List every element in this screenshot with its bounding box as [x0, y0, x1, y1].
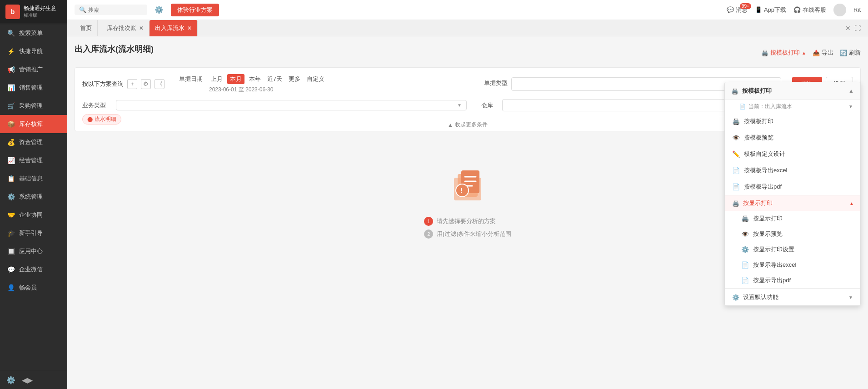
sidebar-item-system-label: 系统管理 [19, 193, 43, 201]
toggle-icon[interactable]: ◀▶ [22, 376, 33, 384]
message-badge[interactable]: 💬 消息 99+ [727, 6, 748, 14]
shortcut-last-month[interactable]: 上月 [209, 74, 224, 84]
biz-type-select[interactable]: ▼ [116, 100, 467, 110]
dropdown-display-print[interactable]: 🖨️ 按显示打印 [725, 211, 860, 226]
online-service[interactable]: 🎧 在线客服 [793, 6, 826, 14]
sidebar-item-member[interactable]: 👤 畅会员 [0, 279, 67, 297]
sidebar-item-search[interactable]: 🔍 搜索菜单 [0, 24, 67, 42]
settings-icon[interactable]: ⚙️ [6, 376, 15, 384]
shortcut-7days[interactable]: 近7天 [265, 74, 284, 84]
refresh-action[interactable]: 🔄 刷新 [840, 49, 861, 57]
dropdown-display-pdf[interactable]: 📄 按显示导出pdf [725, 273, 860, 288]
window-controls: ✕ ⛶ [845, 25, 861, 32]
template-print-icon: 🖨️ [732, 118, 739, 125]
search-icon: 🔍 [79, 6, 86, 13]
sidebar-item-inventory[interactable]: 📦 库存核算 [0, 115, 67, 133]
chevron-up-collapse-icon: ▲ [448, 122, 453, 128]
logo-subtitle: 标准版 [24, 12, 56, 19]
search-icon: 🔍 [6, 29, 15, 38]
shortcut-custom[interactable]: 自定义 [305, 74, 326, 84]
appcenter-icon: 🔲 [6, 247, 15, 256]
basics-icon: 📋 [6, 174, 15, 183]
export-action[interactable]: 📤 导出 [813, 49, 833, 57]
warehouse-label: 仓库 [481, 101, 495, 110]
date-field-label: 单据日期 [179, 75, 205, 83]
page-title: 出入库流水(流水明细) [75, 44, 154, 55]
dropdown-print-icon: 🖨️ [731, 88, 738, 95]
sidebar-item-corpwechat[interactable]: 💬 企业微信 [0, 260, 67, 279]
sidebar-bottom: ⚙️ ◀▶ [0, 371, 67, 389]
sidebar-item-sales[interactable]: 📊 销售管理 [0, 79, 67, 97]
sidebar-item-guide[interactable]: 🎓 新手引导 [0, 224, 67, 242]
print-action[interactable]: 🖨️ 按模板打印 ▲ [761, 49, 806, 57]
sidebar-item-operations-label: 经营管理 [19, 156, 43, 165]
dropdown-template-excel[interactable]: 📄 按模板导出excel [725, 162, 860, 179]
shortcut-this-year[interactable]: 本年 [247, 74, 263, 84]
display-preview-icon: 👁️ [741, 230, 748, 238]
empty-steps: 1 请先选择要分析的方案 2 用[过滤]条件来缩小分析范围 [424, 217, 511, 239]
page-body: 出入库流水(流水明细) 🖨️ 按模板打印 ▲ 📤 导出 🔄 刷新 [67, 36, 868, 389]
filter-add-button[interactable]: + [127, 79, 137, 89]
dropdown-display-header[interactable]: 🖨️ 按显示打印 ▲ [725, 195, 860, 211]
sidebar-item-finance[interactable]: 💰 资金管理 [0, 133, 67, 151]
message-icon: 💬 [727, 6, 734, 13]
member-icon: 👤 [6, 283, 15, 292]
biz-type-label: 业务类型 [82, 101, 109, 110]
sidebar-item-finance-label: 资金管理 [19, 138, 43, 146]
sidebar-item-collab[interactable]: 🤝 企业协同 [0, 206, 67, 224]
filter-settings-button[interactable]: ⚙ [141, 79, 151, 89]
refresh-icon: 🔄 [840, 50, 847, 56]
sidebar-item-marketing[interactable]: 📢 营销推广 [0, 60, 67, 79]
dropdown-current: 📄 当前：出入库流水 ▼ [725, 100, 860, 113]
topbar: 🔍 ⚙️ 体验行业方案 💬 消息 99+ 📱 App下载 🎧 在线客服 Rit [67, 0, 868, 20]
tab-flow-close[interactable]: ✕ [187, 25, 192, 31]
dropdown-display-preview[interactable]: 👁️ 按显示预览 [725, 226, 860, 242]
app-download[interactable]: 📱 App下载 [755, 6, 786, 14]
logo-title: 畅捷通好生意 [24, 5, 56, 12]
shortcut-more[interactable]: 更多 [287, 74, 302, 84]
sidebar-item-basics-label: 基础信息 [19, 175, 43, 183]
filter-collapse-button[interactable]: 《 [155, 79, 165, 89]
sidebar-item-purchase[interactable]: 🛒 采购管理 [0, 97, 67, 115]
maximize-window-icon[interactable]: ⛶ [854, 25, 861, 32]
sidebar-item-quicknav[interactable]: ⚡ 快捷导航 [0, 42, 67, 60]
dropdown-panel: 🖨️ 按模板打印 ▲ 📄 当前：出入库流水 ▼ 🖨️ 按模板打印 [724, 82, 861, 306]
gear-icon[interactable]: ⚙️ [155, 5, 164, 14]
display-print-icon: 🖨️ [741, 215, 748, 222]
dropdown-footer[interactable]: ⚙️ 设置默认功能 ▼ [725, 289, 860, 305]
dropdown-template-print[interactable]: 🖨️ 按模板打印 [725, 113, 860, 130]
trial-button[interactable]: 体验行业方案 [171, 4, 219, 16]
dropdown-display-excel[interactable]: 📄 按显示导出excel [725, 257, 860, 273]
shortcut-this-month[interactable]: 本月 [227, 74, 244, 84]
tab-batch[interactable]: 库存批次账 ✕ [101, 20, 150, 36]
dropdown-header: 🖨️ 按模板打印 ▲ [725, 82, 860, 100]
filter-tag-icon: ⬤ [87, 116, 93, 122]
dropdown-display-settings[interactable]: ⚙️ 按显示打印设置 [725, 242, 860, 257]
app-icon: 📱 [755, 6, 762, 13]
dropdown-template-preview[interactable]: 👁️ 按模板预览 [725, 130, 860, 146]
sidebar-logo: b 畅捷通好生意 标准版 [0, 0, 67, 24]
tab-flow[interactable]: 出入库流水 ✕ [150, 20, 198, 36]
step-2-num: 2 [424, 229, 433, 239]
collapse-button[interactable]: ▲ 收起更多条件 [448, 121, 488, 129]
sidebar-item-search-label: 搜索菜单 [19, 29, 43, 37]
sidebar-item-operations[interactable]: 📈 经营管理 [0, 151, 67, 170]
tab-home[interactable]: 首页 [75, 20, 98, 36]
dropdown-scroll: 📄 当前：出入库流水 ▼ 🖨️ 按模板打印 👁️ 按模板预览 ✏️ 模板自定义设 [725, 100, 860, 305]
current-chevron: ▼ [848, 104, 853, 109]
logo-icon: b [5, 5, 20, 19]
close-window-icon[interactable]: ✕ [845, 25, 851, 32]
sidebar-item-sales-label: 销售管理 [19, 84, 43, 92]
sidebar-item-basics[interactable]: 📋 基础信息 [0, 170, 67, 188]
search-box: 🔍 [75, 5, 147, 15]
footer-settings-icon: ⚙️ [732, 294, 739, 301]
sidebar-item-appcenter[interactable]: 🔲 应用中心 [0, 242, 67, 260]
tab-batch-close[interactable]: ✕ [139, 25, 144, 31]
search-input[interactable] [88, 7, 134, 13]
username: Rit [853, 6, 861, 13]
dropdown-template-pdf[interactable]: 📄 按模板导出pdf [725, 179, 860, 195]
sidebar-item-inventory-label: 库存核算 [19, 120, 43, 128]
system-icon: ⚙️ [6, 192, 15, 201]
sidebar-item-system[interactable]: ⚙️ 系统管理 [0, 188, 67, 206]
dropdown-template-custom[interactable]: ✏️ 模板自定义设计 [725, 146, 860, 162]
